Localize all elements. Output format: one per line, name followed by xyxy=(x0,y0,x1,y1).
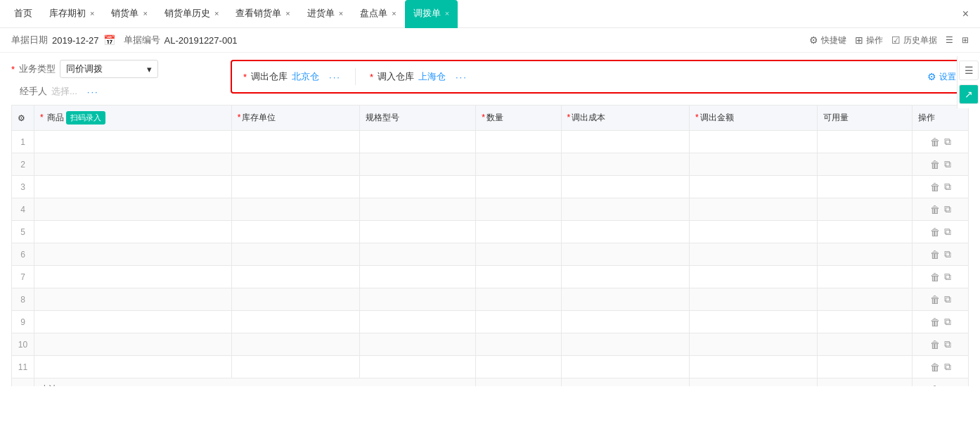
cell-available[interactable] xyxy=(818,266,913,288)
cell-qty[interactable] xyxy=(476,356,561,378)
cell-available[interactable] xyxy=(818,333,913,356)
cell-unit[interactable] xyxy=(231,356,359,378)
cell-spec[interactable] xyxy=(360,198,476,221)
cell-unit[interactable] xyxy=(231,266,359,288)
cell-qty[interactable] xyxy=(476,333,561,356)
cell-product[interactable] xyxy=(34,266,232,288)
sidebar-export-btn[interactable]: ↗ xyxy=(959,84,979,104)
cell-amount[interactable] xyxy=(689,356,817,378)
copy-icon[interactable]: ⧉ xyxy=(944,316,951,328)
cell-spec[interactable] xyxy=(360,176,476,198)
copy-icon[interactable]: ⧉ xyxy=(944,248,951,260)
cell-available[interactable] xyxy=(818,311,913,333)
cell-amount[interactable] xyxy=(689,221,817,243)
cell-unit[interactable] xyxy=(231,131,359,153)
tab-home[interactable]: 首页 xyxy=(6,0,41,28)
cell-amount[interactable] xyxy=(689,333,817,356)
cell-cost[interactable] xyxy=(561,288,689,311)
subtotal-copy-icon[interactable]: ⧉ xyxy=(944,383,951,386)
cell-qty[interactable] xyxy=(476,131,561,153)
history-button[interactable]: ☑ 历史单据 xyxy=(891,34,937,46)
sidebar-list-btn[interactable]: ☰ xyxy=(959,60,979,80)
business-type-select[interactable]: 同价调拨 ▾ xyxy=(60,60,158,78)
cell-product[interactable] xyxy=(34,288,232,311)
cell-spec[interactable] xyxy=(360,153,476,176)
scan-btn[interactable]: 扫码录入 xyxy=(66,111,105,125)
cell-product[interactable] xyxy=(34,356,232,378)
copy-icon[interactable]: ⧉ xyxy=(944,226,951,238)
cell-cost[interactable] xyxy=(561,221,689,243)
cell-available[interactable] xyxy=(818,198,913,221)
tab-inventory[interactable]: 盘点单 × xyxy=(352,0,404,28)
cell-product[interactable] xyxy=(34,176,232,198)
cell-spec[interactable] xyxy=(360,243,476,266)
delete-icon[interactable]: 🗑 xyxy=(930,272,940,283)
cell-qty[interactable] xyxy=(476,176,561,198)
table-scroll[interactable]: ⚙ 商品 扫码录入 库存单位 规格型号 数量 调出成本 调出金额 可用量 操作 … xyxy=(11,105,969,386)
settings-button[interactable]: ⚙ 设置 xyxy=(927,71,956,83)
cell-unit[interactable] xyxy=(231,221,359,243)
copy-icon[interactable]: ⧉ xyxy=(944,361,951,373)
tab-sales-order[interactable]: 销货单 × xyxy=(103,0,155,28)
cell-spec[interactable] xyxy=(360,221,476,243)
cell-spec[interactable] xyxy=(360,266,476,288)
cell-amount[interactable] xyxy=(689,198,817,221)
subtotal-delete-icon[interactable]: 🗑 xyxy=(930,384,940,387)
cell-qty[interactable] xyxy=(476,198,561,221)
tab-sales-order-close[interactable]: × xyxy=(143,9,147,18)
cell-amount[interactable] xyxy=(689,311,817,333)
cell-product[interactable] xyxy=(34,333,232,356)
cell-qty[interactable] xyxy=(476,221,561,243)
cell-product[interactable] xyxy=(34,131,232,153)
tab-view-sales-close[interactable]: × xyxy=(285,9,290,18)
window-close-button[interactable]: × xyxy=(957,8,974,20)
cell-cost[interactable] xyxy=(561,153,689,176)
actions-button[interactable]: ⊞ 操作 xyxy=(855,34,883,46)
cell-product[interactable] xyxy=(34,198,232,221)
cell-available[interactable] xyxy=(818,221,913,243)
manager-more-icon[interactable]: ··· xyxy=(87,87,99,97)
delete-icon[interactable]: 🗑 xyxy=(930,294,940,305)
tab-sales-history-close[interactable]: × xyxy=(214,9,219,18)
cell-qty[interactable] xyxy=(476,153,561,176)
cell-unit[interactable] xyxy=(231,333,359,356)
target-warehouse-value[interactable]: 上海仓 xyxy=(418,70,446,83)
delete-icon[interactable]: 🗑 xyxy=(930,227,940,238)
tab-transfer-close[interactable]: × xyxy=(445,9,449,18)
calendar-icon[interactable]: 📅 xyxy=(103,34,115,46)
cell-available[interactable] xyxy=(818,131,913,153)
cell-qty[interactable] xyxy=(476,311,561,333)
copy-icon[interactable]: ⧉ xyxy=(944,271,951,283)
tab-purchase-order-close[interactable]: × xyxy=(339,9,343,18)
cell-cost[interactable] xyxy=(561,356,689,378)
cell-available[interactable] xyxy=(818,153,913,176)
cell-spec[interactable] xyxy=(360,288,476,311)
cell-product[interactable] xyxy=(34,221,232,243)
copy-icon[interactable]: ⧉ xyxy=(944,203,951,215)
delete-icon[interactable]: 🗑 xyxy=(930,339,940,350)
cell-spec[interactable] xyxy=(360,311,476,333)
cell-available[interactable] xyxy=(818,288,913,311)
manager-input[interactable]: 选择... xyxy=(51,85,77,98)
copy-icon[interactable]: ⧉ xyxy=(944,158,951,170)
cell-amount[interactable] xyxy=(689,131,817,153)
cell-amount[interactable] xyxy=(689,288,817,311)
cell-product[interactable] xyxy=(34,243,232,266)
source-warehouse-more[interactable]: ··· xyxy=(329,72,341,82)
delete-icon[interactable]: 🗑 xyxy=(930,249,940,260)
cell-product[interactable] xyxy=(34,311,232,333)
delete-icon[interactable]: 🗑 xyxy=(930,181,940,193)
cell-qty[interactable] xyxy=(476,243,561,266)
cell-available[interactable] xyxy=(818,356,913,378)
shortcuts-button[interactable]: ⚙ 快捷键 xyxy=(809,34,846,46)
tab-sales-history[interactable]: 销货单历史 × xyxy=(156,0,227,28)
copy-icon[interactable]: ⧉ xyxy=(944,338,951,350)
delete-icon[interactable]: 🗑 xyxy=(930,159,940,170)
tab-transfer[interactable]: 调拨单 × xyxy=(405,0,458,28)
delete-icon[interactable]: 🗑 xyxy=(930,136,940,148)
tab-stock-init[interactable]: 库存期初 × xyxy=(41,0,103,28)
cell-spec[interactable] xyxy=(360,333,476,356)
cell-unit[interactable] xyxy=(231,153,359,176)
date-value[interactable]: 2019-12-27 xyxy=(52,35,99,46)
cell-available[interactable] xyxy=(818,243,913,266)
